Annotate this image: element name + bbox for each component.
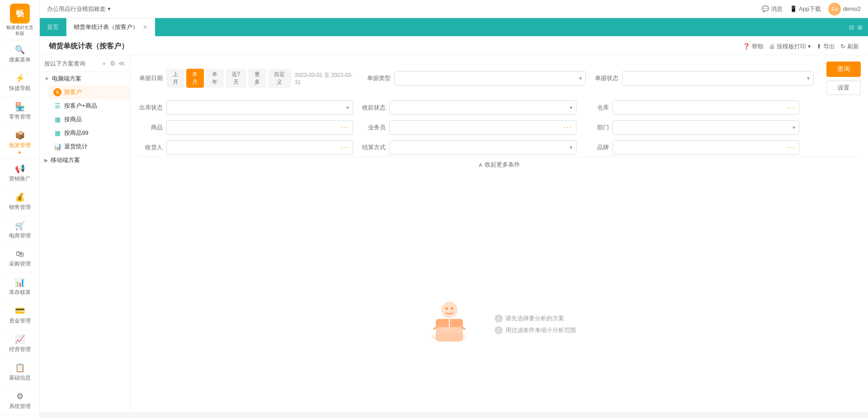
collapse-button[interactable]: ∧ 收起更多条件 [137, 157, 861, 172]
sidebar-item-quick-nav[interactable]: ⚡ 快捷导航 [0, 69, 39, 97]
date-this-month[interactable]: 本月 [186, 69, 204, 88]
query-button[interactable]: 查询 [826, 62, 861, 77]
order-type-group: 单据类型 ▾ [365, 71, 586, 86]
staff-selector[interactable]: ··· [389, 120, 576, 135]
sidebar-item-purchase[interactable]: 🛍 采购管理 [0, 245, 39, 273]
minimize-icon[interactable]: ⊟ [849, 24, 854, 31]
topbar-right: 💬 消息 📱 App下载 Ea demo2 [762, 3, 861, 15]
tab-sales-stats[interactable]: 销货单统计表（按客户） ✕ [66, 18, 155, 36]
settings-icon[interactable]: ⚙ [110, 60, 116, 68]
date-last-7-days[interactable]: 近7天 [226, 69, 246, 88]
sidebar-item-operations[interactable]: 📈 经营管理 [0, 330, 39, 358]
sidebar-item-label: 销售管理 [9, 204, 31, 211]
tree-node-by-goods[interactable]: ▦ 按商品 [49, 113, 130, 126]
sidebar-item-label: 采购管理 [9, 260, 31, 268]
payment-status-selector[interactable]: ▾ [389, 100, 576, 115]
chevron-down-icon: ▾ [570, 144, 572, 151]
settlement-selector[interactable]: ▾ [389, 140, 576, 155]
left-panel-header: 按以下方案查询 ＋ ⚙ ≪ [40, 60, 130, 72]
tab-sales-stats-label: 销货单统计表（按客户） [74, 23, 138, 31]
sidebar-item-finance[interactable]: 💳 资金管理 [0, 301, 39, 330]
refresh-button[interactable]: ↻ 刷新 [840, 43, 859, 51]
order-type-selector[interactable]: ▾ [394, 71, 586, 86]
sidebar-item-search-menu[interactable]: 🔍 搜索菜单 [0, 40, 39, 69]
tree-node-return-stats[interactable]: 📊 退货统计 [49, 140, 130, 153]
brand-selector[interactable]: ··· [613, 140, 799, 155]
order-type-label: 单据类型 [365, 74, 391, 82]
warehouse-label: 仓库 [584, 104, 609, 112]
staff-group: 业务员 ··· [360, 120, 576, 135]
date-custom[interactable]: 自定义 [268, 69, 291, 88]
warehouse-selector[interactable]: ··· [613, 100, 799, 115]
industry-selector[interactable]: 办公用品行业模拟账套 ▾ [47, 5, 111, 13]
tree-node-by-goods-99[interactable]: ▦ 按商品99 [49, 126, 130, 140]
template-print-button[interactable]: 🖨 按模板打印 ▾ [769, 43, 811, 51]
sidebar-item-ecommerce[interactable]: 🛒 电商管理 [0, 216, 39, 245]
export-button[interactable]: ⬆ 导出 [816, 43, 835, 51]
tip-num-1: 1 [495, 314, 503, 323]
sidebar-item-marketing[interactable]: 📢 营销推广 [0, 159, 39, 188]
purchase-icon: 🛍 [16, 249, 24, 259]
tree-node-by-customer-goods[interactable]: ☰ 按客户+商品 [49, 99, 130, 113]
date-last-month[interactable]: 上月 [166, 69, 184, 88]
dots-icon: ··· [340, 143, 349, 152]
settlement-label: 结算方式 [360, 143, 386, 152]
dept-selector[interactable]: ▾ [613, 120, 799, 135]
phone-icon: 📱 [790, 5, 797, 12]
app-download-button[interactable]: 📱 App下载 [790, 5, 821, 13]
refresh-icon: ↻ [840, 43, 845, 50]
sidebar-item-enterprise[interactable]: 🤝 企业协同 [0, 415, 39, 418]
return-stats-icon: 📊 [53, 142, 61, 151]
operations-icon: 📈 [15, 334, 25, 344]
filter-row-3: 商品 ··· 业务员 ··· [137, 120, 861, 135]
date-range: 2023-03-01 至 2023-03-31 [295, 71, 358, 86]
order-status-selector[interactable]: ▾ [622, 71, 814, 86]
add-icon[interactable]: ＋ [101, 60, 107, 68]
left-panel-title: 按以下方案查询 [44, 60, 85, 68]
inventory-icon: 📊 [15, 277, 25, 287]
sidebar-item-label: 资金管理 [9, 317, 31, 325]
flash-icon: ⚡ [15, 73, 25, 83]
tab-home[interactable]: 首页 [40, 18, 66, 36]
sidebar-item-base-info[interactable]: 📋 基础信息 [0, 358, 39, 387]
filter-row-2: 出库状态 ▾ 收款状态 ▾ [137, 100, 861, 115]
chevron-down-icon: ▾ [808, 43, 811, 50]
payment-status-label: 收款状态 [360, 104, 386, 112]
tree-node-mobile[interactable]: ▶ 移动端方案 [40, 153, 130, 167]
order-status-group: 单据状态 ▾ [593, 71, 814, 86]
settings-button[interactable]: 设置 [826, 81, 861, 95]
maximize-icon[interactable]: ⊞ [858, 24, 863, 31]
finance-icon: 💳 [15, 306, 25, 316]
topbar: 办公用品行业模拟账套 ▾ 💬 消息 📱 App下载 Ea demo2 [40, 0, 868, 18]
sidebar-item-sys-mgmt[interactable]: ⚙ 系统管理 [0, 387, 39, 415]
sidebar-item-label: 搜索菜单 [9, 56, 31, 64]
out-status-selector[interactable]: ▾ [166, 100, 353, 115]
chevron-down-icon: ▾ [579, 75, 582, 81]
tree-node-by-customer[interactable]: 客 按客户 [49, 86, 130, 99]
sidebar-item-retail[interactable]: 🏪 零售管理 [0, 97, 39, 126]
settlement-group: 结算方式 ▾ [360, 140, 576, 155]
date-this-year[interactable]: 本年 [206, 69, 224, 88]
dots-icon: ··· [340, 124, 349, 132]
sidebar-item-label: 营销推广 [9, 175, 31, 183]
help-button[interactable]: ❓ 帮助 [743, 43, 764, 51]
tab-home-label: 首页 [47, 23, 59, 31]
user-menu[interactable]: Ea demo2 [828, 3, 861, 15]
tree-node-desktop[interactable]: ▼ 电脑端方案 [40, 72, 130, 86]
goods-selector[interactable]: ··· [166, 120, 353, 135]
tree-expand-icon: ▼ [44, 76, 49, 81]
receiver-selector[interactable]: ··· [166, 140, 353, 155]
collapse-icon[interactable]: ≪ [118, 60, 125, 68]
date-more[interactable]: 更多 [248, 69, 266, 88]
sidebar-item-inventory[interactable]: 📊 库存核算 [0, 273, 39, 301]
message-icon: 💬 [762, 5, 769, 12]
tip-num-2: 2 [495, 326, 503, 334]
sidebar-item-wholesale[interactable]: 📦 批发管理 ▲ [0, 126, 39, 159]
tree-node-label: 按商品99 [64, 129, 88, 137]
message-button[interactable]: 💬 消息 [762, 5, 783, 13]
goods99-icon: ▦ [53, 129, 61, 137]
sidebar-item-label: 库存核算 [9, 289, 31, 296]
page-title: 销货单统计表（按客户） [49, 42, 128, 51]
tab-close-icon[interactable]: ✕ [143, 24, 147, 30]
sidebar-item-sales[interactable]: 💰 销售管理 [0, 188, 39, 216]
